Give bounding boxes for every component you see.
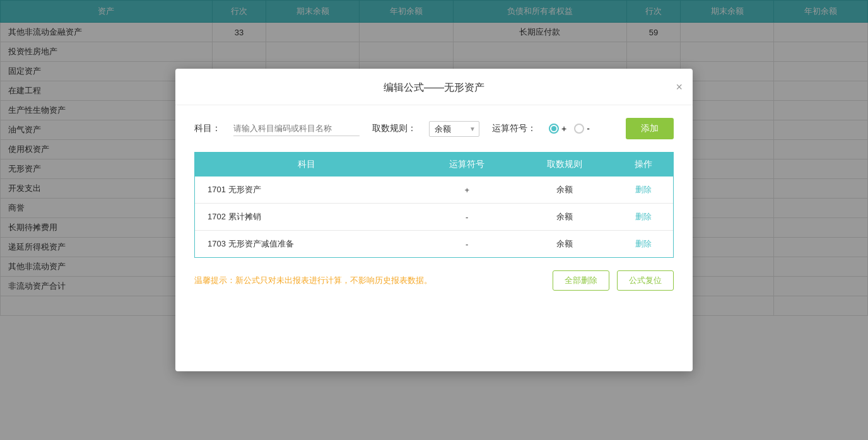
row2-action: 删除 — [613, 204, 673, 231]
edit-formula-modal: 编辑公式——无形资产 × 科目： 取数规则： 余额 借方 贷方 ▼ 运算符号： … — [175, 69, 693, 371]
rule-select-wrapper: 余额 借方 贷方 ▼ — [429, 121, 479, 137]
col-subject: 科目 — [195, 153, 418, 177]
col-action: 操作 — [613, 153, 673, 177]
operator-minus-label: - — [587, 124, 590, 134]
col-operator: 运算符号 — [418, 153, 516, 177]
col-rule: 取数规则 — [516, 153, 614, 177]
operator-plus-label: + — [561, 124, 566, 134]
formula-form: 科目： 取数规则： 余额 借方 贷方 ▼ 运算符号： + - — [175, 105, 693, 152]
operator-plus-radio[interactable]: + — [549, 124, 566, 134]
row3-operator: - — [418, 231, 516, 258]
row3-delete-button[interactable]: 删除 — [635, 238, 652, 250]
formula-row: 1701 无形资产 + 余额 删除 — [195, 177, 673, 204]
row1-subject: 1701 无形资产 — [195, 177, 418, 204]
add-button[interactable]: 添加 — [626, 118, 674, 139]
modal-close-button[interactable]: × — [676, 81, 683, 93]
rule-label: 取数规则： — [372, 123, 416, 134]
row2-delete-button[interactable]: 删除 — [635, 211, 652, 223]
radio-minus-circle — [574, 124, 584, 134]
row3-subject: 1703 无形资产减值准备 — [195, 231, 418, 258]
row2-rule: 余额 — [516, 204, 614, 231]
subject-input[interactable] — [233, 121, 360, 136]
modal-header: 编辑公式——无形资产 × — [175, 69, 693, 105]
delete-all-button[interactable]: 全部删除 — [553, 270, 609, 291]
operator-group: + - — [549, 124, 590, 134]
row2-operator: - — [418, 204, 516, 231]
row1-action: 删除 — [613, 177, 673, 204]
row1-delete-button[interactable]: 删除 — [635, 184, 652, 195]
row1-rule: 余额 — [516, 177, 614, 204]
modal-overlay: 编辑公式——无形资产 × 科目： 取数规则： 余额 借方 贷方 ▼ 运算符号： … — [0, 0, 868, 440]
modal-title: 编辑公式——无形资产 — [384, 82, 484, 93]
footer-tip: 温馨提示：新公式只对未出报表进行计算，不影响历史报表数据。 — [194, 275, 432, 286]
radio-plus-circle — [549, 124, 559, 134]
row3-rule: 余额 — [516, 231, 614, 258]
formula-table: 科目 运算符号 取数规则 操作 1701 无形资产 + 余额 删除 — [194, 152, 674, 258]
row1-operator: + — [418, 177, 516, 204]
reset-formula-button[interactable]: 公式复位 — [617, 270, 674, 291]
modal-footer: 温馨提示：新公式只对未出报表进行计算，不影响历史报表数据。 全部删除 公式复位 — [175, 258, 693, 297]
row2-subject: 1702 累计摊销 — [195, 204, 418, 231]
footer-buttons: 全部删除 公式复位 — [553, 270, 674, 291]
subject-label: 科目： — [194, 123, 221, 134]
rule-select[interactable]: 余额 借方 贷方 — [429, 121, 479, 137]
formula-row: 1702 累计摊销 - 余额 删除 — [195, 204, 673, 231]
operator-label: 运算符号： — [492, 123, 536, 134]
operator-minus-radio[interactable]: - — [574, 124, 590, 134]
formula-row: 1703 无形资产减值准备 - 余额 删除 — [195, 231, 673, 258]
row3-action: 删除 — [613, 231, 673, 258]
